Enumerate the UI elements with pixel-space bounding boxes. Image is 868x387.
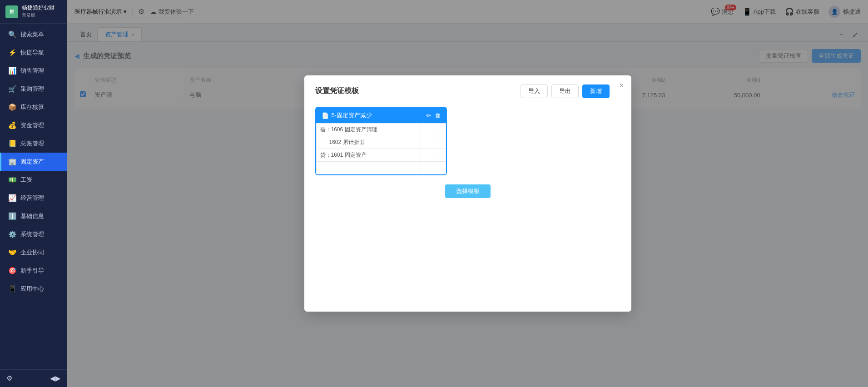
modal-overlay: 设置凭证模板 导入 导出 新增 × 📄 5-固定资产减少 ✏ 🗑 借：1606 …	[67, 0, 868, 387]
sidebar-item-operations[interactable]: 📈 经营管理	[0, 189, 67, 207]
guide-icon: 🎯	[8, 266, 17, 275]
sidebar-item-label: 固定资产	[20, 158, 44, 166]
fixed-assets-icon: 🏢	[8, 157, 17, 166]
sidebar-item-enterprise[interactable]: 🤝 企业协同	[0, 243, 67, 262]
row2-debit	[421, 136, 433, 149]
sidebar-item-app-center[interactable]: 📱 应用中心	[0, 280, 67, 298]
row1-credit	[433, 124, 446, 136]
template-row-4	[316, 162, 446, 174]
template-name: 5-固定资产减少	[332, 111, 372, 119]
funds-icon: 💰	[8, 121, 17, 130]
sidebar-item-search[interactable]: 🔍 搜索菜单	[0, 25, 67, 44]
ledger-icon: 📒	[8, 139, 17, 148]
system-icon: ⚙️	[8, 230, 17, 239]
inventory-icon: 📦	[8, 103, 17, 112]
row2-account: 1602 累计折旧	[316, 136, 421, 149]
row1-type: 借：1606 固定资产清理	[316, 124, 421, 136]
sidebar-item-fixed-assets[interactable]: 🏢 固定资产	[0, 153, 67, 171]
collapse-icon[interactable]: ◀▶	[50, 374, 61, 382]
modal-close-button[interactable]: ×	[619, 81, 624, 90]
sidebar-item-label: 总账管理	[20, 139, 44, 148]
sidebar-item-guide[interactable]: 🎯 新手引导	[0, 262, 67, 280]
sidebar-item-label: 新手引导	[20, 267, 44, 275]
template-table: 借：1606 固定资产清理 1602 累计折旧 贷：1601 固定资产	[316, 123, 446, 174]
sidebar-item-system[interactable]: ⚙️ 系统管理	[0, 225, 67, 243]
sidebar-item-label: 采购管理	[20, 85, 44, 93]
sidebar: 财 畅捷通好业财 普及版 🔍 搜索菜单 ⚡ 快捷导航 📊 销售管理 🛒 采购管理	[0, 0, 67, 387]
template-row-2: 1602 累计折旧	[316, 136, 446, 149]
template-card-header: 📄 5-固定资产减少 ✏ 🗑	[316, 108, 446, 123]
export-button[interactable]: 导出	[551, 84, 579, 98]
row3-credit	[433, 149, 446, 162]
row4-debit	[421, 162, 433, 174]
sidebar-footer: ⚙ ◀▶	[0, 369, 67, 387]
sidebar-item-label: 基础信息	[20, 212, 44, 220]
template-card: 📄 5-固定资产减少 ✏ 🗑 借：1606 固定资产清理 1602 累计折旧	[315, 107, 447, 175]
enterprise-icon: 🤝	[8, 248, 17, 257]
sidebar-item-payroll[interactable]: 💵 工资	[0, 171, 67, 189]
sidebar-item-ledger[interactable]: 📒 总账管理	[0, 134, 67, 153]
sidebar-item-label: 企业协同	[20, 248, 44, 257]
import-button[interactable]: 导入	[521, 84, 548, 98]
sidebar-item-purchase[interactable]: 🛒 采购管理	[0, 80, 67, 98]
template-row-3: 贷：1601 固定资产	[316, 149, 446, 162]
sidebar-nav: 🔍 搜索菜单 ⚡ 快捷导航 📊 销售管理 🛒 采购管理 📦 库存核算 💰	[0, 24, 67, 369]
template-card-body: 借：1606 固定资产清理 1602 累计折旧 贷：1601 固定资产	[316, 123, 446, 174]
select-template-button[interactable]: 选择模板	[445, 184, 491, 198]
row4-credit	[433, 162, 446, 174]
row4-empty	[316, 162, 421, 174]
sidebar-item-inventory[interactable]: 📦 库存核算	[0, 98, 67, 116]
row1-debit	[421, 124, 433, 136]
sidebar-item-label: 销售管理	[20, 67, 44, 75]
sales-icon: 📊	[8, 66, 17, 75]
sidebar-item-label: 资金管理	[20, 121, 44, 129]
sidebar-item-label: 系统管理	[20, 230, 44, 238]
sidebar-item-sales[interactable]: 📊 销售管理	[0, 62, 67, 80]
row3-type: 贷：1601 固定资产	[316, 149, 421, 162]
sidebar-item-label: 经营管理	[20, 194, 44, 202]
template-icon: 📄	[322, 112, 329, 119]
sidebar-item-label: 应用中心	[20, 285, 44, 293]
edit-template-icon[interactable]: ✏	[426, 112, 431, 119]
new-button[interactable]: 新增	[582, 84, 610, 98]
template-row-1: 借：1606 固定资产清理	[316, 124, 446, 136]
quick-nav-icon: ⚡	[8, 48, 17, 57]
logo-icon: 财	[5, 5, 18, 18]
settings-icon[interactable]: ⚙	[6, 374, 12, 382]
sidebar-item-label: 快捷导航	[20, 49, 44, 57]
sidebar-item-label: 库存核算	[20, 103, 44, 111]
template-header-actions: ✏ 🗑	[426, 112, 441, 119]
search-icon: 🔍	[8, 30, 17, 39]
sidebar-item-label: 工资	[20, 176, 32, 184]
voucher-template-modal: 设置凭证模板 导入 导出 新增 × 📄 5-固定资产减少 ✏ 🗑 借：1606 …	[304, 75, 631, 312]
payroll-icon: 💵	[8, 175, 17, 184]
basic-info-icon: ℹ️	[8, 212, 17, 221]
logo-name: 畅捷通好业财	[22, 5, 55, 12]
purchase-icon: 🛒	[8, 84, 17, 94]
sidebar-item-basic-info[interactable]: ℹ️ 基础信息	[0, 207, 67, 225]
operations-icon: 📈	[8, 194, 17, 203]
sidebar-item-label: 搜索菜单	[20, 30, 44, 39]
app-center-icon: 📱	[8, 284, 17, 293]
row3-debit	[421, 149, 433, 162]
delete-template-icon[interactable]: 🗑	[435, 112, 441, 119]
logo-badge: 普及版	[22, 12, 55, 19]
sidebar-item-quick-nav[interactable]: ⚡ 快捷导航	[0, 44, 67, 62]
sidebar-item-funds[interactable]: 💰 资金管理	[0, 116, 67, 134]
row2-credit	[433, 136, 446, 149]
app-logo: 财 畅捷通好业财 普及版	[0, 0, 67, 24]
modal-toolbar: 导入 导出 新增	[521, 84, 610, 98]
